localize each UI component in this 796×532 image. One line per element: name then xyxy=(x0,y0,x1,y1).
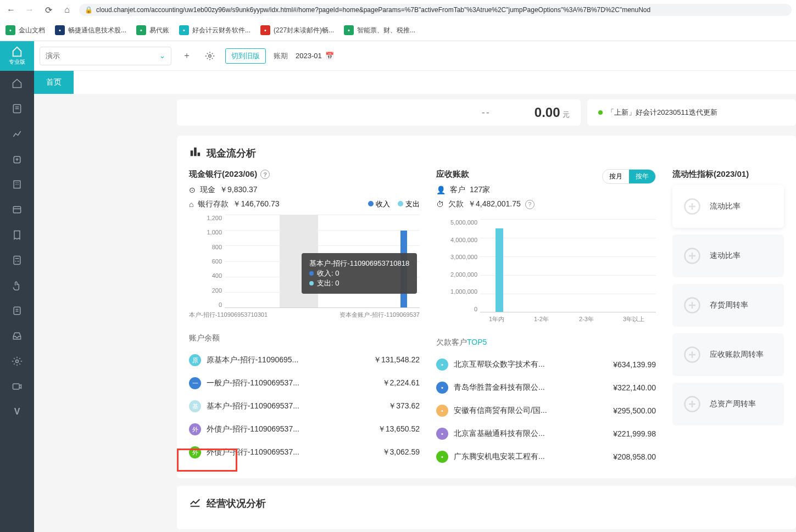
gear-icon[interactable] xyxy=(202,48,218,64)
sidebar-money-icon[interactable] xyxy=(0,147,34,172)
deposit-label: 银行存款 xyxy=(198,199,229,209)
amount-dash: -- xyxy=(482,107,491,119)
notice-text: 「上新」好会计20230511迭代更新 xyxy=(607,108,717,117)
add-icon[interactable]: ＋ xyxy=(179,48,194,64)
customer-amount: ¥322,140.00 xyxy=(613,383,656,392)
sidebar-building-icon[interactable] xyxy=(0,172,34,197)
svg-point-8 xyxy=(209,54,211,57)
svg-rect-7 xyxy=(13,384,20,389)
account-amount: ￥373.62 xyxy=(388,401,420,411)
account-name: 外债户-招行-1109069537... xyxy=(207,447,299,457)
customer-name: 广东腾安机电安装工程有... xyxy=(454,452,545,462)
bookmark-item[interactable]: •好会计云财务软件... xyxy=(179,25,251,35)
bookmark-label: 易代账 xyxy=(149,26,169,35)
nav-reload-icon[interactable]: ⟳ xyxy=(42,3,55,16)
customer-badge-icon: • xyxy=(436,359,448,371)
cash-label: 现金 xyxy=(200,185,215,195)
user-icon: 👤 xyxy=(436,186,446,194)
top5-row[interactable]: •北京富基融通科技有限公...¥221,999.98 xyxy=(436,422,656,445)
url-text: cloud.chanjet.com/accounting/uw1eb00zy96… xyxy=(96,6,650,14)
liquidity-card[interactable]: 速动比率 xyxy=(672,234,784,277)
org-select[interactable]: 演示 ⌄ xyxy=(40,47,171,65)
top5-row[interactable]: •广东腾安机电安装工程有...¥208,958.00 xyxy=(436,445,656,468)
sidebar-receipt-icon[interactable] xyxy=(0,222,34,248)
sidebar-video-icon[interactable] xyxy=(0,374,34,399)
liquidity-card-label: 总资产周转率 xyxy=(710,399,756,409)
recv-title: 应收账款 xyxy=(436,169,469,180)
account-row[interactable]: 基基本户-招行-1109069537...￥373.62 xyxy=(189,395,420,418)
nav-forward-icon[interactable]: → xyxy=(23,3,36,16)
liquidity-card[interactable]: 存货周转率 xyxy=(672,284,784,327)
sidebar-ledger-icon[interactable] xyxy=(0,197,34,222)
bookmark-label: 智能票、财、税推... xyxy=(357,26,415,35)
sidebar-v-icon[interactable]: V xyxy=(0,399,34,424)
customer-name: 北京富基融通科技有限公... xyxy=(454,429,545,439)
sidebar-hand-icon[interactable] xyxy=(0,273,34,298)
tooltip-in-dot-icon xyxy=(309,271,314,276)
sidebar-inbox-icon[interactable] xyxy=(0,323,34,349)
recv-x-label: 1年内 xyxy=(489,315,504,323)
top5-title: 欠款客户 xyxy=(436,338,467,346)
bookmark-item[interactable]: •金山文档 xyxy=(5,25,45,35)
sidebar-note-icon[interactable] xyxy=(0,298,34,323)
sidebar-chart-icon[interactable] xyxy=(0,121,34,147)
account-row[interactable]: 外外债户-招行-1109069537...￥3,062.59 xyxy=(189,441,420,464)
svg-rect-4 xyxy=(14,256,20,265)
bookmarks-bar: •金山文档•畅捷通信息技术股...•易代账•好会计云财务软件...•(227封未… xyxy=(0,20,796,41)
period-switch: 按月 按年 xyxy=(602,169,656,184)
period-picker[interactable]: 2023-01 📅 xyxy=(296,52,334,60)
bookmark-label: 金山文档 xyxy=(19,26,45,35)
top5-badge: TOP5 xyxy=(467,338,487,346)
top5-row[interactable]: •青岛华胜普金科技有限公...¥322,140.00 xyxy=(436,376,656,399)
switch-year[interactable]: 按年 xyxy=(629,170,655,183)
account-badge-icon: 外 xyxy=(189,446,201,458)
bookmark-item[interactable]: •智能票、财、税推... xyxy=(344,25,415,35)
cust-value: 127家 xyxy=(470,185,490,195)
top5-row[interactable]: •安徽有信商贸有限公司/国...¥295,500.00 xyxy=(436,399,656,422)
sidebar-doc-icon[interactable] xyxy=(0,96,34,121)
recv-x-label: 2-3年 xyxy=(579,315,594,323)
bookmark-favicon-icon: • xyxy=(344,25,354,35)
liquidity-card[interactable]: 应收账款周转率 xyxy=(672,333,784,376)
bookmark-label: 畅捷通信息技术股... xyxy=(68,26,126,35)
switch-month[interactable]: 按月 xyxy=(603,170,629,183)
cashflow-title: 现金流分析 xyxy=(207,147,256,160)
sidebar-home-icon[interactable] xyxy=(0,71,34,96)
customer-badge-icon: • xyxy=(436,451,448,463)
account-row[interactable]: 原原基本户-招行-11090695...￥131,548.22 xyxy=(189,349,420,372)
nav-home-icon[interactable]: ⌂ xyxy=(60,3,74,16)
top5-row[interactable]: •北京互帮联众数字技术有...¥634,139.99 xyxy=(436,353,656,376)
liquidity-card[interactable]: 流动比率 xyxy=(672,185,784,228)
nav-back-icon[interactable]: ← xyxy=(4,3,18,16)
legend-out-label: 支出 xyxy=(405,200,420,208)
tab-home[interactable]: 首页 xyxy=(34,71,74,94)
bookmark-item[interactable]: •易代账 xyxy=(136,25,169,35)
svg-rect-3 xyxy=(13,206,20,213)
customer-name: 青岛华胜普金科技有限公... xyxy=(454,383,545,393)
liquidity-card-label: 应收账款周转率 xyxy=(710,350,764,360)
account-badge-icon: 外 xyxy=(189,423,201,435)
liquidity-card[interactable]: 总资产周转率 xyxy=(672,383,784,425)
recv-bar-1y xyxy=(496,228,503,312)
chart-x-label-1: 本户-招行-110906953710301 xyxy=(189,311,268,319)
url-bar[interactable]: 🔒 cloud.chanjet.com/accounting/uw1eb00zy… xyxy=(79,4,792,16)
chart-x-label-2: 资本金账户-招行-1109069537 xyxy=(339,311,420,319)
old-version-button[interactable]: 切到旧版 xyxy=(225,48,266,64)
notice-box[interactable]: 「上新」好会计20230511迭代更新 xyxy=(587,99,796,126)
cash-value: ￥9,830.37 xyxy=(220,185,258,195)
account-row[interactable]: 一一般户-招行-1109069537...￥2,224.61 xyxy=(189,372,420,395)
help-icon[interactable]: ? xyxy=(525,200,535,209)
svg-point-6 xyxy=(16,360,19,363)
sidebar-gear-icon[interactable] xyxy=(0,349,34,374)
account-badge-icon: 基 xyxy=(189,400,201,412)
account-row[interactable]: 外外债户-招行-1109069537...￥13,650.52 xyxy=(189,418,420,441)
bookmark-item[interactable]: •(227封未读邮件)畅... xyxy=(260,25,334,35)
account-amount: ￥131,548.22 xyxy=(374,355,420,365)
tooltip-out-text: 支出: 0 xyxy=(317,279,339,287)
sidebar-calc-icon[interactable] xyxy=(0,248,34,273)
summary-box-1: -- 0.00 元 xyxy=(177,99,581,126)
svg-rect-9 xyxy=(191,150,193,156)
help-icon[interactable]: ? xyxy=(260,170,270,179)
bookmark-item[interactable]: •畅捷通信息技术股... xyxy=(55,25,126,35)
period-text: 2023-01 xyxy=(296,52,322,60)
